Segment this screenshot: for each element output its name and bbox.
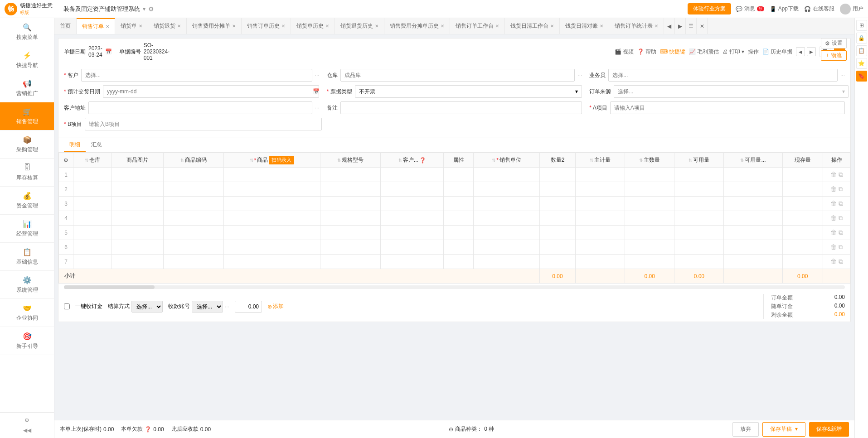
sidebar-item-finance[interactable]: 💰 资金管理 bbox=[0, 187, 54, 215]
row-6-available-more[interactable] bbox=[724, 240, 782, 255]
deposit-amount-input[interactable] bbox=[235, 301, 262, 313]
row-6-spec[interactable] bbox=[320, 240, 381, 255]
right-panel-btn-1[interactable]: ⊞ bbox=[856, 20, 867, 31]
settle-method-select[interactable]: 选择... bbox=[131, 301, 163, 313]
receipt-account-select[interactable]: 选择... bbox=[192, 301, 223, 313]
row-5-main-unit[interactable] bbox=[575, 226, 625, 240]
row-1-attribute[interactable] bbox=[444, 168, 474, 182]
sort-sales-unit-icon[interactable]: ⇅ bbox=[492, 158, 495, 163]
row-3-main-unit[interactable] bbox=[575, 197, 625, 211]
row-3-spec[interactable] bbox=[320, 197, 381, 211]
row-7-product-code[interactable] bbox=[163, 255, 223, 269]
sort-spec-icon[interactable]: ⇅ bbox=[337, 158, 341, 163]
row-3-qty2[interactable] bbox=[540, 197, 576, 211]
tab-detail[interactable]: 明细 bbox=[64, 138, 86, 152]
row-3-warehouse[interactable] bbox=[73, 197, 112, 211]
settings-icon[interactable]: ⚙ bbox=[148, 5, 154, 13]
tab-sales-stats[interactable]: 销售订单统计表 ✕ bbox=[609, 18, 664, 34]
address-more-btn[interactable]: ··· bbox=[315, 105, 320, 111]
sort-available-more-icon[interactable]: ⇅ bbox=[740, 158, 744, 163]
row-3-product[interactable] bbox=[223, 197, 320, 211]
row-7-main-unit[interactable] bbox=[575, 255, 625, 269]
row-5-product[interactable] bbox=[223, 226, 320, 240]
row-3-available-more[interactable] bbox=[724, 197, 782, 211]
tab-close-cash-clear[interactable]: ✕ bbox=[550, 24, 554, 29]
tab-prev-btn[interactable]: ◀ bbox=[664, 18, 675, 34]
sort-main-qty-icon[interactable]: ⇅ bbox=[639, 158, 643, 163]
row-4-attribute[interactable] bbox=[444, 211, 474, 226]
row-5-warehouse[interactable] bbox=[73, 226, 112, 240]
row-5-product-code[interactable] bbox=[163, 226, 223, 240]
row-5-qty2[interactable] bbox=[540, 226, 576, 240]
row-3-available[interactable] bbox=[674, 197, 724, 211]
tab-close-expense-split[interactable]: ✕ bbox=[232, 24, 236, 29]
row-1-available-more[interactable] bbox=[724, 168, 782, 182]
tab-sales-return-history[interactable]: 销货退货历史 ✕ bbox=[335, 18, 384, 34]
tab-close-sales-order[interactable]: ✕ bbox=[106, 24, 109, 29]
tab-close-order-history[interactable]: ✕ bbox=[281, 24, 285, 29]
row-4-main-qty[interactable] bbox=[625, 211, 674, 226]
app-download-btn[interactable]: 📱 App下载 bbox=[770, 5, 799, 13]
row-6-warehouse[interactable] bbox=[73, 240, 112, 255]
row-5-image[interactable] bbox=[112, 226, 163, 240]
staff-input[interactable] bbox=[608, 69, 838, 82]
row-6-qty2[interactable] bbox=[540, 240, 576, 255]
customer-field-help-icon[interactable]: ❓ bbox=[419, 157, 426, 164]
row-2-available-more[interactable] bbox=[724, 182, 782, 197]
row-2-spec[interactable] bbox=[320, 182, 381, 197]
row-6-copy-btn[interactable]: ⧉ bbox=[839, 243, 843, 251]
warehouse-more-btn[interactable]: ··· bbox=[577, 72, 582, 78]
delivery-calendar-icon[interactable]: 📅 bbox=[313, 88, 320, 95]
right-panel-btn-4[interactable]: ⭐ bbox=[856, 58, 867, 69]
save-draft-button[interactable]: 保存草稿 ▾ bbox=[762, 422, 805, 437]
row-2-attribute[interactable] bbox=[444, 182, 474, 197]
discard-button[interactable]: 放弃 bbox=[732, 422, 759, 437]
print-btn[interactable]: 🖨 打印 ▾ bbox=[723, 48, 744, 56]
calendar-icon[interactable]: 📅 bbox=[105, 48, 112, 55]
staff-more-btn[interactable]: ··· bbox=[840, 72, 845, 78]
row-3-copy-btn[interactable]: ⧉ bbox=[839, 200, 843, 207]
remark-input[interactable] bbox=[340, 101, 582, 114]
row-4-qty2[interactable] bbox=[540, 211, 576, 226]
save-new-button[interactable]: 保存&新增 bbox=[809, 422, 849, 437]
row-5-available[interactable] bbox=[674, 226, 724, 240]
sidebar-item-inventory[interactable]: 🗄 库存核算 bbox=[0, 159, 54, 187]
row-7-copy-btn[interactable]: ⧉ bbox=[839, 258, 843, 265]
sidebar-item-system[interactable]: ⚙️ 系统管理 bbox=[0, 271, 54, 299]
ticket-type-selector[interactable]: 不开票 ▾ bbox=[355, 85, 582, 98]
tab-sales-expense-split[interactable]: 销售费用分摊单 ✕ bbox=[187, 18, 242, 34]
add-material-btn[interactable]: + 物流 bbox=[821, 50, 847, 61]
sidebar-item-guide[interactable]: 🎯 新手引导 bbox=[0, 327, 54, 355]
tab-close-workbench[interactable]: ✕ bbox=[495, 24, 499, 29]
row-4-available[interactable] bbox=[674, 211, 724, 226]
tab-close-sales-invoice[interactable]: ✕ bbox=[139, 24, 142, 29]
row-5-spec[interactable] bbox=[320, 226, 381, 240]
this-credit-help[interactable]: ❓ bbox=[145, 426, 151, 433]
row-6-main-qty[interactable] bbox=[625, 240, 674, 255]
sidebar-item-quick-nav[interactable]: ⚡ 快捷导航 bbox=[0, 46, 54, 74]
a-project-input[interactable] bbox=[610, 101, 845, 114]
shortcut-btn[interactable]: ⌨ 快捷键 bbox=[660, 48, 685, 56]
sidebar-item-marketing[interactable]: 📢 营销推广 bbox=[0, 74, 54, 102]
settings-form-btn[interactable]: ⚙ 设置 bbox=[821, 38, 847, 48]
row-4-product-code[interactable] bbox=[163, 211, 223, 226]
row-4-spec[interactable] bbox=[320, 211, 381, 226]
tab-home[interactable]: 首页 bbox=[54, 18, 77, 34]
row-7-customer-field[interactable] bbox=[381, 255, 444, 269]
row-3-image[interactable] bbox=[112, 197, 163, 211]
right-panel-btn-3[interactable]: 📋 bbox=[856, 45, 867, 56]
row-6-image[interactable] bbox=[112, 240, 163, 255]
row-4-product[interactable] bbox=[223, 211, 320, 226]
user-btn[interactable]: 用户 bbox=[840, 4, 863, 14]
sidebar-item-operations[interactable]: 📊 经营管理 bbox=[0, 215, 54, 243]
row-2-main-qty[interactable] bbox=[625, 182, 674, 197]
row-1-main-qty[interactable] bbox=[625, 168, 674, 182]
row-4-image[interactable] bbox=[112, 211, 163, 226]
row-1-warehouse[interactable] bbox=[73, 168, 112, 182]
row-7-delete-btn[interactable]: 🗑 bbox=[830, 258, 837, 265]
tab-close-all-btn[interactable]: ✕ bbox=[697, 18, 708, 34]
tab-sales-order-history[interactable]: 销售订单历史 ✕ bbox=[242, 18, 291, 34]
help-btn[interactable]: ❓ 帮助 bbox=[637, 48, 656, 56]
row-3-current[interactable] bbox=[782, 197, 823, 211]
row-5-customer-field[interactable] bbox=[381, 226, 444, 240]
